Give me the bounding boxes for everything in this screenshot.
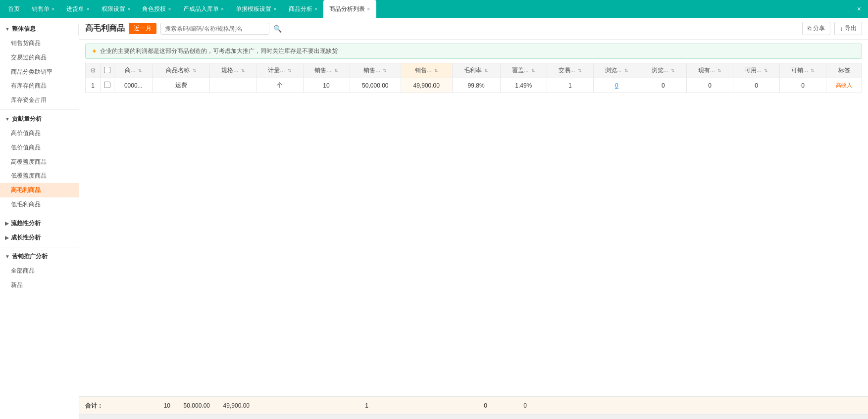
sidebar-group-overall-label: 整体信息 (12, 25, 36, 33)
sidebar-item-high-coverage[interactable]: 高覆盖度商品 (0, 155, 79, 169)
nav-close-products[interactable]: × (221, 6, 224, 12)
nav-close-analysis-list[interactable]: × (367, 6, 370, 12)
col-views2-header[interactable]: 浏览... ⇅ (640, 63, 686, 78)
col-code-header[interactable]: 商... ⇅ (114, 63, 153, 78)
cell-sales-qty-0: 10 (303, 78, 350, 93)
col-sellable-stock-header[interactable]: 可销... ⇅ (780, 63, 826, 78)
col-available-stock-header[interactable]: 可用... ⇅ (733, 63, 780, 78)
nav-item-products[interactable]: 产成品入库单 × (177, 0, 230, 18)
nav-close-purchase[interactable]: × (86, 6, 89, 12)
bottom-scrollbar[interactable] (79, 414, 868, 419)
sort-icon-unit: ⇅ (288, 68, 292, 73)
top-nav: 首页 销售单 × 进货单 × 权限设置 × 角色授权 × 产成品入库单 × 单据… (0, 0, 868, 18)
sidebar-collapse-btn[interactable]: « (78, 24, 79, 36)
nav-close-permissions[interactable]: × (127, 6, 130, 12)
nav-item-templates[interactable]: 单据模板设置 × (230, 0, 282, 18)
sidebar-item-high-margin[interactable]: 高毛利商品 (0, 183, 79, 197)
col-views1-header[interactable]: 浏览... ⇅ (593, 63, 640, 78)
col-checkbox-header[interactable] (101, 63, 114, 78)
content-header: 高毛利商品 近一月 🔍 ⎗ 分享 ↓ 导出 (79, 18, 868, 40)
info-banner: ✦ 企业的主要的利润都是这部分商品创造的，可考虑加大推广，同时关注库存是不要出现… (85, 44, 862, 59)
sidebar-item-stock-funds[interactable]: 库存资金占用 (0, 93, 79, 107)
cell-name-0: 运费 (153, 78, 210, 93)
sidebar-item-low-margin[interactable]: 低毛利商品 (0, 197, 79, 212)
sidebar-group-growth-label: 成长性分析 (11, 233, 41, 242)
col-settings[interactable]: ⚙ (86, 63, 101, 78)
nav-item-analysis[interactable]: 商品分析 × (283, 0, 323, 18)
table-container: ⚙ 商... ⇅ 商品名称 ⇅ (79, 63, 868, 396)
cell-sales-amount-0: 50,000.00 (350, 78, 401, 93)
sidebar-item-stocked-goods[interactable]: 有库存的商品 (0, 79, 79, 93)
sidebar-group-trend[interactable]: ▶ 流趋性分析 (0, 216, 79, 231)
cell-gross-margin-0: 99.8% (452, 78, 500, 93)
cell-views1-0[interactable]: 0 (593, 78, 640, 93)
settings-icon[interactable]: ⚙ (90, 67, 96, 74)
nav-item-home[interactable]: 首页 (2, 0, 26, 18)
cell-code-0: 0000... (114, 78, 153, 93)
cell-checkbox-0[interactable] (101, 78, 114, 93)
col-sales-qty-header[interactable]: 销售... ⇅ (303, 63, 350, 78)
col-spec-header[interactable]: 规格... ⇅ (210, 63, 256, 78)
sort-icon-sales-qty: ⇅ (334, 68, 338, 73)
arrow-right-icon-2: ▶ (5, 235, 9, 240)
cell-available-stock-0: 0 (733, 78, 780, 93)
sidebar-item-traded-goods[interactable]: 交易过的商品 (0, 50, 79, 65)
page-title: 高毛利商品 (85, 23, 125, 34)
nav-item-analysis-list[interactable]: 商品分析列表 × (323, 0, 376, 18)
arrow-down-icon-3: ▼ (5, 254, 10, 259)
arrow-down-icon-2: ▼ (5, 116, 10, 122)
nav-close-sales[interactable]: × (51, 6, 54, 12)
search-button[interactable]: 🔍 (273, 25, 282, 33)
sidebar-item-sales-goods[interactable]: 销售货商品 (0, 36, 79, 50)
nav-close-all-btn[interactable]: × (852, 0, 866, 18)
sidebar-item-high-value[interactable]: 高价值商品 (0, 126, 79, 140)
select-all-checkbox[interactable] (104, 67, 110, 73)
sort-icon-coverage: ⇅ (531, 68, 535, 73)
sort-icon-current-stock: ⇅ (717, 68, 721, 73)
sidebar-item-all-goods[interactable]: 全部商品 (0, 264, 79, 278)
footer-current-stock: 0 (452, 402, 491, 409)
col-name-header[interactable]: 商品名称 ⇅ (153, 63, 210, 78)
sidebar-group-contribution[interactable]: ▼ 贡献量分析 (0, 112, 79, 126)
nav-close-roles[interactable]: × (168, 6, 171, 12)
nav-close-templates[interactable]: × (273, 6, 276, 12)
sidebar-item-low-coverage[interactable]: 低覆盖度商品 (0, 169, 79, 183)
cell-current-stock-0: 0 (687, 78, 733, 93)
sort-icon-spec: ⇅ (241, 68, 245, 73)
col-coverage-header[interactable]: 覆盖... ⇅ (500, 63, 547, 78)
export-icon: ↓ (840, 25, 843, 32)
col-sales-profit-header[interactable]: 销售... ⇅ (401, 63, 452, 78)
sidebar-item-low-value[interactable]: 低价值商品 (0, 140, 79, 155)
cell-sales-profit-0: 49,900.00 (401, 78, 452, 93)
col-current-stock-header[interactable]: 现有... ⇅ (687, 63, 733, 78)
search-input[interactable] (160, 23, 269, 35)
cell-index-0: 1 (86, 78, 101, 93)
col-unit-header[interactable]: 计量... ⇅ (256, 63, 303, 78)
sort-icon-gross-margin: ⇅ (484, 68, 488, 73)
nav-item-purchase[interactable]: 进货单 × (60, 0, 95, 18)
sidebar-group-marketing[interactable]: ▼ 营销推广分析 (0, 249, 79, 264)
share-btn[interactable]: ⎗ 分享 (802, 22, 830, 35)
sidebar-group-growth[interactable]: ▶ 成长性分析 (0, 231, 79, 245)
col-transactions-header[interactable]: 交易... ⇅ (547, 63, 593, 78)
arrow-down-icon: ▼ (5, 26, 10, 32)
nav-item-roles[interactable]: 角色授权 × (136, 0, 177, 18)
col-sales-amount-header[interactable]: 销售... ⇅ (350, 63, 401, 78)
sidebar-group-overall[interactable]: ▼ 整体信息 (0, 22, 79, 36)
sort-icon-sales-profit: ⇅ (434, 68, 438, 73)
col-gross-margin-header[interactable]: 毛利率 ⇅ (452, 63, 500, 78)
export-btn[interactable]: ↓ 导出 (834, 22, 862, 35)
sort-icon-name: ⇅ (193, 68, 197, 73)
nav-item-permissions[interactable]: 权限设置 × (96, 0, 136, 18)
footer-sales-qty: 10 (145, 402, 174, 409)
nav-close-analysis[interactable]: × (314, 6, 317, 12)
footer-available-stock: 0 (491, 402, 531, 409)
col-tag-header: 标签 (826, 63, 862, 78)
nav-item-sales[interactable]: 销售单 × (26, 0, 60, 18)
cell-views2-0: 0 (640, 78, 686, 93)
footer-transactions: 1 (333, 402, 372, 409)
sidebar-item-new-goods[interactable]: 新品 (0, 278, 79, 292)
filter-month-btn[interactable]: 近一月 (129, 23, 156, 34)
cell-unit-0: 个 (256, 78, 303, 93)
sidebar-item-category-sales-rate[interactable]: 商品分类助销率 (0, 65, 79, 79)
